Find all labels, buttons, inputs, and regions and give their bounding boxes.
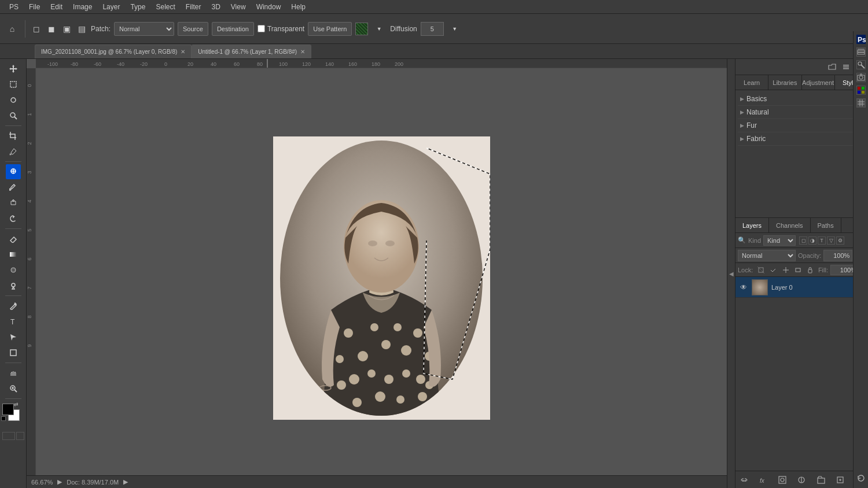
lock-artboard-btn[interactable]	[793, 265, 802, 275]
layers-tab-paths[interactable]: Paths	[811, 218, 841, 232]
smart-filter-icon[interactable]: ⚙	[836, 236, 844, 245]
lock-all-btn[interactable]	[806, 265, 815, 275]
menu-edit[interactable]: Edit	[46, 2, 67, 12]
hand-tool[interactable]	[6, 365, 21, 380]
status-arrow[interactable]: ▶	[123, 478, 128, 486]
menu-file[interactable]: File	[24, 2, 45, 12]
lock-position-btn[interactable]	[781, 265, 790, 275]
patch-content-btn[interactable]: ◼	[46, 23, 57, 35]
dodge-tool[interactable]	[6, 278, 21, 293]
blend-mode-select[interactable]: Normal Multiply Screen Overlay	[738, 250, 796, 261]
lock-image-btn[interactable]	[769, 265, 778, 275]
grid-icon-strip[interactable]	[856, 98, 866, 108]
rectangle-marquee-tool[interactable]	[6, 77, 21, 92]
panel-menu-icon[interactable]	[840, 61, 852, 73]
new-group-btn[interactable]	[816, 475, 826, 485]
add-mask-btn[interactable]	[777, 475, 788, 485]
patch-aware-btn[interactable]: ▣	[61, 23, 72, 35]
link-layers-btn[interactable]	[739, 475, 749, 485]
style-category-fabric[interactable]: ▶ Fabric	[738, 132, 866, 146]
pen-tool[interactable]	[6, 298, 21, 313]
swatches-icon-strip[interactable]	[856, 86, 866, 95]
blur-tool[interactable]	[6, 263, 21, 278]
history-brush-tool[interactable]	[6, 211, 21, 226]
opacity-input[interactable]	[823, 250, 852, 261]
swap-colors-icon[interactable]: ⇄	[14, 401, 19, 407]
eraser-tool[interactable]	[6, 231, 21, 246]
kind-filter-select[interactable]: Kind Name Effect	[763, 235, 796, 246]
path-selection-tool[interactable]	[6, 330, 21, 345]
menu-filter[interactable]: Filter	[181, 2, 206, 12]
layer-visibility-toggle[interactable]: 👁	[739, 283, 748, 291]
camera-icon-strip[interactable]	[856, 73, 866, 82]
move-tool[interactable]	[6, 61, 21, 76]
brush-tool[interactable]	[6, 180, 21, 195]
pattern-preview[interactable]	[355, 23, 368, 35]
quick-mask-mode[interactable]	[2, 432, 15, 440]
style-category-natural[interactable]: ▶ Natural	[738, 106, 866, 119]
doc-tab-1[interactable]: Untitled-1 @ 66.7% (Layer 1, RGB/8#) ✕	[192, 45, 311, 58]
brushes-icon-strip[interactable]	[856, 60, 866, 69]
menu-help[interactable]: Help	[286, 2, 310, 12]
patch-legacy-btn[interactable]: ▤	[76, 23, 87, 35]
panel-collapse-btn[interactable]: ◀	[727, 59, 735, 488]
menu-layer[interactable]: Layer	[98, 2, 124, 12]
photoshop-icon[interactable]: Ps	[856, 35, 866, 44]
style-category-fur[interactable]: ▶ Fur	[738, 119, 866, 132]
text-tool[interactable]: T	[6, 314, 21, 329]
destination-button[interactable]: Destination	[212, 22, 254, 36]
eyedropper-tool[interactable]	[6, 144, 21, 159]
reset-colors-icon[interactable]	[1, 416, 6, 421]
crop-tool[interactable]	[6, 128, 21, 143]
tab-learn[interactable]: Learn	[735, 75, 768, 90]
pixel-filter-icon[interactable]: ◻	[799, 236, 807, 245]
gradient-tool[interactable]	[6, 247, 21, 262]
lock-transparent-btn[interactable]	[756, 265, 765, 275]
pattern-dropdown-btn[interactable]: ▼	[372, 21, 387, 36]
layers-tab-channels[interactable]: Channels	[769, 218, 810, 232]
svg-line-3	[14, 117, 17, 119]
canvas-container[interactable]	[36, 68, 727, 488]
tab-adjustment[interactable]: Adjustment	[802, 75, 835, 90]
menu-window[interactable]: Window	[252, 2, 286, 12]
diffusion-input[interactable]: 5	[421, 22, 444, 36]
add-adjustment-btn[interactable]	[796, 475, 807, 485]
layers-icon-strip[interactable]	[856, 47, 866, 57]
foreground-color-swatch[interactable]	[2, 404, 14, 415]
doc-tab-1-close[interactable]: ✕	[300, 49, 305, 55]
style-category-basics[interactable]: ▶ Basics	[738, 93, 866, 106]
shape-tool[interactable]	[6, 345, 21, 360]
source-button[interactable]: Source	[178, 22, 208, 36]
menu-image[interactable]: Image	[68, 2, 97, 12]
doc-tab-0[interactable]: IMG_20201108_0001.jpg @ 66.7% (Layer 0, …	[35, 45, 192, 58]
adjustment-filter-icon[interactable]: ◑	[808, 236, 816, 245]
quick-select-tool[interactable]	[6, 108, 21, 123]
use-pattern-btn[interactable]: Use Pattern	[308, 22, 352, 36]
screen-mode[interactable]	[16, 432, 24, 440]
fx-btn[interactable]: fx	[758, 475, 768, 485]
lasso-tool[interactable]	[6, 93, 21, 108]
transparent-checkbox[interactable]	[258, 25, 265, 32]
new-layer-btn[interactable]	[835, 475, 845, 485]
type-filter-icon[interactable]: T	[818, 236, 826, 245]
undo-icon-strip[interactable]	[856, 474, 866, 485]
menu-ps[interactable]: PS	[5, 2, 23, 12]
healing-brush-tool[interactable]	[6, 164, 21, 179]
tab-libraries[interactable]: Libraries	[768, 75, 801, 90]
zoom-tool[interactable]	[6, 381, 21, 396]
home-btn[interactable]: ⌂	[5, 21, 20, 36]
doc-tab-0-close[interactable]: ✕	[181, 49, 185, 55]
menu-select[interactable]: Select	[151, 2, 179, 12]
diffusion-dropdown[interactable]: ▼	[447, 21, 462, 36]
layer-item-0[interactable]: 👁 Layer 0	[735, 277, 868, 298]
layers-tab-layers[interactable]: Layers	[735, 218, 769, 232]
folder-icon[interactable]	[826, 61, 838, 73]
patch-mode-select[interactable]: Normal Content-Aware	[114, 22, 174, 36]
clone-stamp-tool[interactable]	[6, 195, 21, 210]
shape-filter-icon[interactable]: ▽	[827, 236, 835, 245]
menu-3d[interactable]: 3D	[207, 2, 225, 12]
menu-view[interactable]: View	[226, 2, 251, 12]
main-toolbar: ⌂ ◻ ◼ ▣ ▤ Patch: Normal Content-Aware So…	[0, 14, 868, 44]
menu-type[interactable]: Type	[126, 2, 150, 12]
patch-normal-btn[interactable]: ◻	[31, 23, 42, 35]
